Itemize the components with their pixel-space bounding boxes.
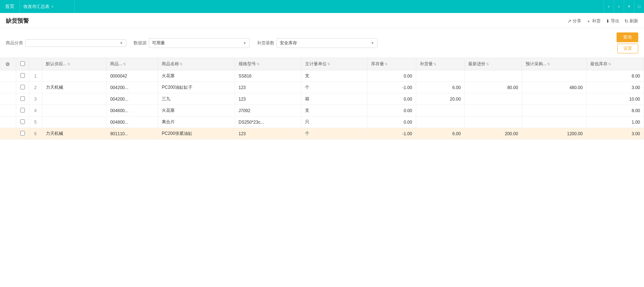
- export-icon: ⬇: [606, 18, 610, 24]
- table-row[interactable]: 6力天机械801110...PC200张紧油缸123个-1.006.00200.…: [0, 128, 644, 140]
- cell-product_name-2: 三九: [158, 93, 235, 105]
- refresh-label: 刷新: [630, 18, 638, 24]
- cell-min_stock-0: 8.00: [587, 70, 644, 82]
- cell-latest_price-5: 200.00: [465, 128, 522, 140]
- cell-unit-4: 只: [301, 116, 367, 128]
- cell-latest_price-4: [465, 116, 522, 128]
- th-default_supplier[interactable]: 默认供应...⇅: [42, 58, 106, 70]
- th-label-latest_price: 最新进价: [468, 61, 486, 66]
- share-button[interactable]: ↗ 分享: [567, 18, 581, 24]
- th-label-spec: 规格型号: [239, 61, 256, 66]
- nav-home[interactable]: 首页: [0, 0, 20, 13]
- th-product_code[interactable]: 商品...⇅: [106, 58, 158, 70]
- page-title: 缺货预警: [6, 17, 29, 25]
- row-checkbox-0[interactable]: [20, 73, 25, 78]
- cell-unit-5: 个: [301, 128, 367, 140]
- nav-tab-5[interactable]: 收发存汇总表×: [20, 0, 75, 13]
- share-icon: ↗: [567, 18, 571, 24]
- cell-latest_price-3: [465, 105, 522, 116]
- main-content: 缺货预警 ↗ 分享 ＋ 补货 ⬇ 导出 ↻ 刷新 商品分类: [0, 13, 644, 287]
- cell-default_supplier-0: [42, 70, 106, 82]
- th-gear: ⚙: [0, 58, 16, 70]
- th-spec[interactable]: 规格型号⇅: [235, 58, 301, 70]
- category-select[interactable]: ▼: [25, 39, 126, 47]
- nav-maximize[interactable]: □: [634, 0, 644, 13]
- cell-min_stock-1: 3.00: [587, 82, 644, 93]
- nav-tab-label-5: 收发存汇总表: [23, 4, 49, 10]
- cell-estimated_purchase-0: [522, 70, 587, 82]
- table-row[interactable]: 10000042火花塞SS816支0.008.00: [0, 70, 644, 82]
- th-min_stock[interactable]: 最低库存⇅: [587, 58, 644, 70]
- datasource-select[interactable]: 可用量 ▼: [149, 38, 250, 48]
- th-label-unit: 主计量单位: [305, 61, 327, 66]
- th-product_name[interactable]: 商品名称⇅: [158, 58, 235, 70]
- cell-spec-1: 123: [235, 82, 301, 93]
- category-label: 商品分类: [6, 40, 23, 46]
- nav-tab-close-5[interactable]: ×: [51, 4, 53, 9]
- th-label-product_code: 商品...: [110, 61, 122, 66]
- cell-spec-4: DS250*23c...: [235, 116, 301, 128]
- th-latest_price[interactable]: 最新进价⇅: [465, 58, 522, 70]
- supplement-base-select[interactable]: 安全库存 ▼: [277, 38, 378, 48]
- export-button[interactable]: ⬇ 导出: [606, 18, 619, 24]
- th-supplement_qty[interactable]: 补货量⇅: [416, 58, 465, 70]
- datasource-label: 数据源: [134, 40, 147, 46]
- cell-stock_qty-4: 0.00: [367, 116, 416, 128]
- cell-product_name-5: PC200张紧油缸: [158, 128, 235, 140]
- row-checkbox-4[interactable]: [20, 119, 25, 124]
- table-row[interactable]: 5004800...离合片DS250*23c...只0.001.00: [0, 116, 644, 128]
- table-row[interactable]: 3004200...三九123箱0.0020.0010.00: [0, 93, 644, 105]
- cell-gear-4: [0, 116, 16, 128]
- filter-supplement-base: 补货基数 安全库存 ▼: [257, 38, 378, 48]
- cell-checkbox-1: [16, 82, 29, 93]
- th-estimated_purchase[interactable]: 预计采购...⇅: [522, 58, 587, 70]
- header-actions: ↗ 分享 ＋ 补货 ⬇ 导出 ↻ 刷新: [567, 18, 638, 25]
- cell-estimated_purchase-3: [522, 105, 587, 116]
- cell-default_supplier-2: [42, 93, 106, 105]
- nav-close-window[interactable]: ×: [624, 0, 634, 13]
- cell-min_stock-5: 3.00: [587, 128, 644, 140]
- th-stock_qty[interactable]: 库存量⇅: [367, 58, 416, 70]
- cell-default_supplier-5: 力天机械: [42, 128, 106, 140]
- row-checkbox-5[interactable]: [20, 131, 25, 136]
- sort-icon-min_stock: ⇅: [608, 62, 611, 66]
- th-unit[interactable]: 主计量单位⇅: [301, 58, 367, 70]
- cell-estimated_purchase-5: 1200.00: [522, 128, 587, 140]
- th-label-min_stock: 最低库存: [590, 61, 608, 66]
- cell-gear-3: [0, 105, 16, 116]
- refresh-button[interactable]: ↻ 刷新: [625, 18, 638, 24]
- nav-scroll-left[interactable]: ‹: [604, 0, 614, 13]
- cell-seq-0: 1: [29, 70, 42, 82]
- row-checkbox-1[interactable]: [20, 85, 25, 89]
- nav-arrow-group: ‹ › × □: [604, 0, 644, 13]
- cell-product_name-4: 离合片: [158, 116, 235, 128]
- sort-icon-spec: ⇅: [257, 62, 260, 66]
- data-table: ⚙默认供应...⇅商品...⇅商品名称⇅规格型号⇅主计量单位⇅库存量⇅补货量⇅最…: [0, 58, 644, 140]
- cell-product_name-0: 火花塞: [158, 70, 235, 82]
- cell-supplement_qty-4: [416, 116, 465, 128]
- cell-stock_qty-3: 0.00: [367, 105, 416, 116]
- cell-supplement_qty-0: [416, 70, 465, 82]
- cell-unit-2: 箱: [301, 93, 367, 105]
- cell-latest_price-2: [465, 93, 522, 105]
- settings-button[interactable]: 设置: [617, 44, 638, 53]
- gear-icon[interactable]: ⚙: [5, 61, 10, 67]
- cell-spec-5: 123: [235, 128, 301, 140]
- table-row[interactable]: 4004600...火花塞J7092支0.008.00: [0, 105, 644, 116]
- select-all-checkbox[interactable]: [20, 61, 25, 66]
- cell-estimated_purchase-1: 480.00: [522, 82, 587, 93]
- query-button[interactable]: 查询: [617, 32, 638, 42]
- supplement-button[interactable]: ＋ 补货: [586, 18, 601, 25]
- cell-latest_price-1: 80.00: [465, 82, 522, 93]
- cell-checkbox-0: [16, 70, 29, 82]
- supplement-icon: ＋: [586, 18, 591, 25]
- cell-stock_qty-1: -1.00: [367, 82, 416, 93]
- nav-scroll-right[interactable]: ›: [614, 0, 624, 13]
- sort-icon-product_code: ⇅: [123, 62, 126, 66]
- table-row[interactable]: 2力天机械004200...PC200油缸缸子123个-1.006.0080.0…: [0, 82, 644, 93]
- row-checkbox-3[interactable]: [20, 108, 25, 112]
- row-checkbox-2[interactable]: [20, 96, 25, 101]
- cell-estimated_purchase-4: [522, 116, 587, 128]
- th-label-supplement_qty: 补货量: [420, 61, 433, 66]
- cell-seq-5: 6: [29, 128, 42, 140]
